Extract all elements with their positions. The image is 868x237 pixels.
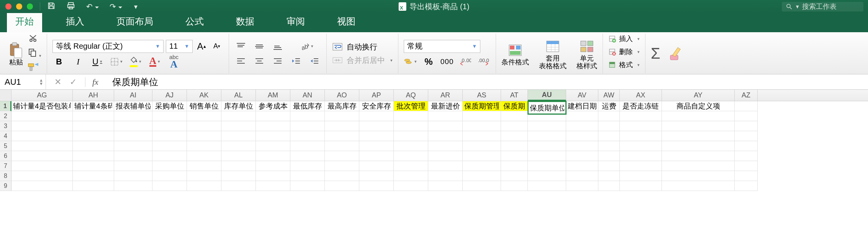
cell-AX1[interactable]: 是否走冻链 — [620, 101, 662, 111]
cell-AY9[interactable] — [662, 181, 735, 191]
cell-AJ9[interactable] — [152, 181, 187, 191]
cell-AH2[interactable] — [73, 111, 114, 121]
format-cells-button[interactable]: 格式 — [608, 60, 640, 70]
cell-AM3[interactable] — [256, 121, 290, 131]
cell-AT7[interactable] — [501, 161, 528, 171]
select-all-corner[interactable] — [0, 90, 11, 101]
row-header-6[interactable]: 6 — [0, 151, 11, 161]
tab-开始[interactable]: 开始 — [7, 12, 42, 32]
name-box[interactable]: AU1 ▲▼ — [0, 74, 46, 89]
cell-AO2[interactable] — [325, 111, 359, 121]
cell-AQ1[interactable]: 批次管理 — [394, 101, 428, 111]
row-header-9[interactable]: 9 — [0, 181, 11, 191]
cell-AY4[interactable] — [662, 131, 735, 141]
grow-font-button[interactable]: A▴ — [195, 41, 208, 52]
col-header-AZ[interactable]: AZ — [735, 90, 758, 101]
col-header-AI[interactable]: AI — [114, 90, 152, 101]
col-header-AU[interactable]: AU — [528, 90, 566, 101]
cell-AI4[interactable] — [114, 131, 152, 141]
cell-AJ2[interactable] — [152, 111, 187, 121]
cell-AJ8[interactable] — [152, 171, 187, 181]
cell-AH9[interactable] — [73, 181, 114, 191]
cell-AX4[interactable] — [620, 131, 662, 141]
cell-AJ1[interactable]: 采购单位 — [152, 101, 187, 111]
cell-AM1[interactable]: 参考成本 — [256, 101, 290, 111]
cell-AS1[interactable]: 保质期管理 — [463, 101, 501, 111]
cell-AL4[interactable] — [221, 131, 256, 141]
cell-AL7[interactable] — [221, 161, 256, 171]
cell-AT6[interactable] — [501, 151, 528, 161]
cell-AY6[interactable] — [662, 151, 735, 161]
cell-AP6[interactable] — [359, 151, 394, 161]
cell-AS9[interactable] — [463, 181, 501, 191]
tab-视图[interactable]: 视图 — [329, 12, 364, 32]
cell-AM7[interactable] — [256, 161, 290, 171]
col-header-AV[interactable]: AV — [566, 90, 598, 101]
cell-AW9[interactable] — [598, 181, 620, 191]
cell-AN9[interactable] — [290, 181, 325, 191]
cell-AH4[interactable] — [73, 131, 114, 141]
col-header-AW[interactable]: AW — [598, 90, 620, 101]
cell-AJ5[interactable] — [152, 141, 187, 151]
wrap-text-button[interactable]: 自动换行 — [332, 42, 393, 52]
save-icon[interactable] — [47, 2, 56, 12]
cell-AW8[interactable] — [598, 171, 620, 181]
bold-button[interactable]: B — [52, 56, 66, 67]
cell-AW3[interactable] — [598, 121, 620, 131]
cell-AV3[interactable] — [566, 121, 598, 131]
cell-AU5[interactable] — [528, 141, 566, 151]
cell-AZ7[interactable] — [735, 161, 758, 171]
cell-AH3[interactable] — [73, 121, 114, 131]
cell-AM8[interactable] — [256, 171, 290, 181]
cell-AM5[interactable] — [256, 141, 290, 151]
clear-button[interactable] — [667, 44, 686, 63]
cell-AI5[interactable] — [114, 141, 152, 151]
cell-AO3[interactable] — [325, 121, 359, 131]
cell-AN8[interactable] — [290, 171, 325, 181]
cell-AX7[interactable] — [620, 161, 662, 171]
cell-AQ6[interactable] — [394, 151, 428, 161]
cell-AR9[interactable] — [428, 181, 463, 191]
cell-AY8[interactable] — [662, 171, 735, 181]
cell-AI3[interactable] — [114, 121, 152, 131]
cell-AN4[interactable] — [290, 131, 325, 141]
font-color-button[interactable]: A — [148, 56, 161, 67]
cell-AK2[interactable] — [187, 111, 221, 121]
cell-AO7[interactable] — [325, 161, 359, 171]
cell-AN2[interactable] — [290, 111, 325, 121]
customize-qat-button[interactable]: ▼ — [133, 3, 139, 10]
cell-AT5[interactable] — [501, 141, 528, 151]
cell-AZ4[interactable] — [735, 131, 758, 141]
format-painter-button[interactable] — [28, 62, 41, 73]
cell-AG6[interactable] — [11, 151, 73, 161]
cell-AT9[interactable] — [501, 181, 528, 191]
format-as-table-button[interactable]: 套用 表格格式 — [539, 37, 567, 70]
cell-AH7[interactable] — [73, 161, 114, 171]
cell-AP2[interactable] — [359, 111, 394, 121]
tab-插入[interactable]: 插入 — [57, 12, 93, 32]
cell-AR8[interactable] — [428, 171, 463, 181]
cell-AU4[interactable] — [528, 131, 566, 141]
font-size-select[interactable]: 11▼ — [166, 40, 193, 53]
cell-AS5[interactable] — [463, 141, 501, 151]
cell-AN6[interactable] — [290, 151, 325, 161]
cell-styles-button[interactable]: 单元 格样式 — [576, 37, 597, 70]
minimize-window-button[interactable] — [16, 3, 22, 10]
cell-AU9[interactable] — [528, 181, 566, 191]
cancel-edit-button[interactable]: ✕ — [54, 77, 61, 87]
cell-AV6[interactable] — [566, 151, 598, 161]
copy-button[interactable] — [28, 48, 41, 59]
orientation-button[interactable]: ab — [300, 41, 313, 52]
borders-button[interactable] — [110, 56, 123, 67]
cells-area[interactable]: 辅计量4是否包装单位辅计量4条码报表辅单位采购单位销售单位库存单位参考成本最低库… — [11, 101, 758, 191]
cell-AG3[interactable] — [11, 121, 73, 131]
cell-AW4[interactable] — [598, 131, 620, 141]
cell-AN1[interactable]: 最低库存 — [290, 101, 325, 111]
cell-AG8[interactable] — [11, 171, 73, 181]
row-header-4[interactable]: 4 — [0, 131, 11, 141]
cell-AO4[interactable] — [325, 131, 359, 141]
col-header-AG[interactable]: AG — [11, 90, 73, 101]
col-header-AP[interactable]: AP — [359, 90, 394, 101]
cell-AO9[interactable] — [325, 181, 359, 191]
col-header-AM[interactable]: AM — [256, 90, 290, 101]
